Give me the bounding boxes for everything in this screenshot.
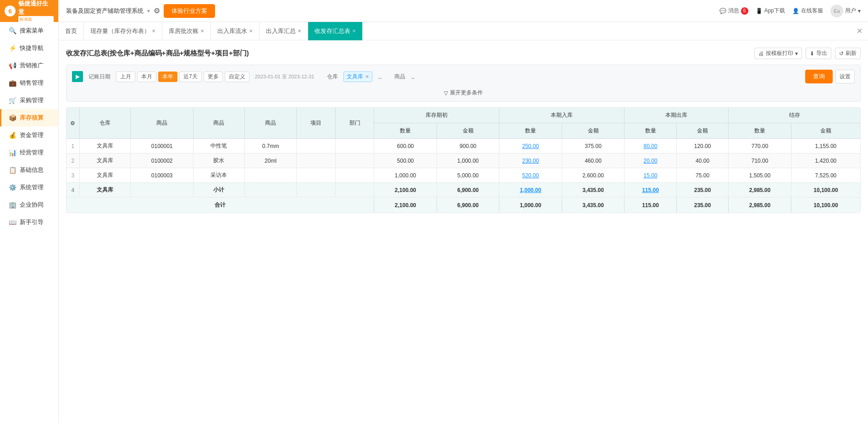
cell-project [297,168,336,183]
tab-flow[interactable]: 出入库流水 ✕ [211,22,260,40]
th-closing-group: 结存 [729,108,860,123]
cell-close-qty: 1,505.00 [729,168,791,183]
dropdown-arrow-icon[interactable]: ▾ [147,8,150,14]
service-icon: 👤 [792,8,799,14]
sidebar-item-system[interactable]: ⚙️ 系统管理 [0,179,58,196]
date-btn-custom[interactable]: 自定义 [225,71,249,82]
query-button[interactable]: 查询 [805,70,833,83]
sidebar-item-label: 经营管理 [20,148,44,157]
cell-in-qty[interactable]: 250.00 [499,139,562,154]
cell-warehouse: 文具库 [79,183,131,198]
filter-bar: ▶ 记账日期 上月 本月 本年 近7天 更多 自定义 2023-01-01 至 … [66,65,861,102]
tab-close-batch[interactable]: ✕ [200,28,204,33]
sidebar: 6 畅捷通好生意 标准版 🔍 搜索菜单 ⚡ 快捷导航 📢 营销推广 💼 销售管理… [0,0,59,423]
cell-spec [244,168,297,183]
tab-close-summary[interactable]: ✕ [298,28,301,33]
th-goods-spec: 商品 [244,108,297,139]
th-in-qty: 数量 [499,123,562,139]
print-button[interactable]: 🖨 按模板打印 ▾ [754,48,802,59]
online-service-button[interactable]: 👤 在线客服 [792,7,823,15]
cell-out-qty[interactable]: 115.00 [625,183,677,198]
sidebar-item-marketing[interactable]: 📢 营销推广 [0,57,58,74]
sidebar-item-label: 采购管理 [20,96,44,104]
cell-in-qty[interactable]: 1,000.00 [499,183,562,198]
tab-close-flow[interactable]: ✕ [249,28,253,33]
message-icon: 💬 [719,8,726,14]
sidebar-item-label: 搜索菜单 [20,27,44,35]
data-table: ⚙ 仓库 商品 商品 商品 项目 部门 库存期初 本期入库 本期出库 结存 [66,108,860,213]
app-download-button[interactable]: 📱 App下载 [756,7,785,15]
cell-in-amt: 375.00 [562,139,624,154]
date-btn-7days[interactable]: 近7天 [179,71,202,82]
settings-gear-icon[interactable]: ⚙ [154,6,160,15]
table-footer: 合计 2,100.00 6,900.00 1,000.00 3,435.00 1… [66,198,860,213]
user-dropdown-icon: ▾ [858,8,861,14]
date-buttons: 上月 本月 本年 近7天 更多 自定义 [116,71,249,82]
user-menu-button[interactable]: Ea 用户 ▾ [830,5,861,17]
filter-collapse-button[interactable]: ▶ [72,71,83,82]
export-icon: ⬇ [810,50,814,57]
cell-name: 小计 [193,183,244,198]
cell-out-qty[interactable]: 80.00 [625,139,677,154]
column-settings-icon[interactable]: ⚙ [70,120,75,126]
tab-receive-send[interactable]: 收发存汇总表 ✕ [308,22,363,40]
cell-code: 0100002 [131,154,193,168]
tab-home[interactable]: 首页 [59,22,84,40]
messages-button[interactable]: 💬 消息 6 [719,7,748,15]
cell-row-num: 3 [66,168,79,183]
settings-button[interactable]: 设置 [835,70,855,83]
date-btn-more[interactable]: 更多 [204,71,223,82]
print-dropdown-icon: ▾ [795,50,798,57]
date-btn-this-year[interactable]: 本年 [158,71,177,82]
th-settings: ⚙ [66,108,79,139]
cell-close-amt: 7,525.00 [791,168,860,183]
sidebar-item-guide[interactable]: 📖 新手引导 [0,214,58,231]
sidebar-item-sales[interactable]: 💼 销售管理 [0,74,58,92]
tab-summary[interactable]: 出入库汇总 ✕ [260,22,308,40]
export-button[interactable]: ⬇ 导出 [806,48,831,59]
cell-spec [244,183,297,198]
date-btn-last-month[interactable]: 上月 [116,71,135,82]
marketing-icon: 📢 [9,62,16,69]
tab-bar-close-icon[interactable]: ✕ [851,27,868,35]
sidebar-item-purchase[interactable]: 🛒 采购管理 [0,92,58,109]
date-btn-this-month[interactable]: 本月 [137,71,156,82]
tab-close-receive-send[interactable]: ✕ [352,28,356,33]
phone-icon: 📱 [756,8,763,14]
sales-icon: 💼 [9,79,16,87]
sidebar-item-basic[interactable]: 📋 基础信息 [0,161,58,179]
expand-conditions-button[interactable]: ▽ 展开更多条件 [444,89,483,97]
sidebar-item-inventory[interactable]: 📦 库存核算 [0,109,58,126]
cell-out-qty[interactable]: 15.00 [625,168,677,183]
sidebar-item-label: 系统管理 [20,183,44,192]
th-opening-amt: 金额 [437,123,499,139]
cell-name: 胶水 [193,154,244,168]
cell-open-qty: 500.00 [374,154,437,168]
sidebar-item-label: 快捷导航 [20,44,44,52]
goods-dots[interactable]: ... [411,72,414,81]
warehouse-tag-close[interactable]: ✕ [365,74,369,80]
cell-close-qty: 770.00 [729,139,791,154]
sidebar-item-finance[interactable]: 💰 资金管理 [0,126,58,144]
tab-close-inventory-dist[interactable]: ✕ [152,28,155,33]
cell-close-amt: 1,420.00 [791,154,860,168]
footer-out-amt: 235.00 [676,198,729,213]
cell-project [297,154,336,168]
cell-in-qty[interactable]: 520.00 [499,168,562,183]
th-department: 部门 [335,108,374,139]
tab-inventory-dist[interactable]: 现存量（库存分布表） ✕ [84,22,162,40]
sidebar-item-enterprise[interactable]: 🏢 企业协同 [0,196,58,214]
footer-open-amt: 6,900.00 [437,198,499,213]
tab-batch[interactable]: 库房批次账 ✕ [162,22,211,40]
cell-out-qty[interactable]: 20.00 [625,154,677,168]
sidebar-item-quick-nav[interactable]: ⚡ 快捷导航 [0,39,58,57]
warehouse-dots[interactable]: ... [378,72,381,81]
cell-row-num: 4 [66,183,79,198]
sidebar-item-operations[interactable]: 📊 经营管理 [0,144,58,161]
cell-in-qty[interactable]: 230.00 [499,154,562,168]
trial-button[interactable]: 体验行业方案 [164,4,215,18]
cell-spec: 20ml [244,154,297,168]
refresh-button[interactable]: ↺ 刷新 [835,48,861,59]
sidebar-item-search[interactable]: 🔍 搜索菜单 [0,22,58,39]
cell-department [335,183,374,198]
